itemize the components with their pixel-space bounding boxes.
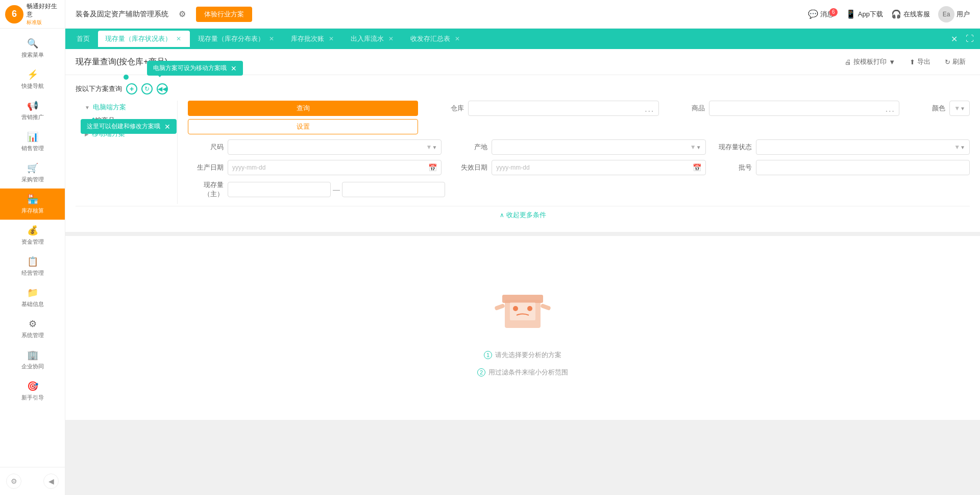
- warehouse-label: 仓库: [428, 104, 464, 113]
- size-label: 尺码: [188, 143, 224, 152]
- color-label: 颜色: [910, 104, 945, 113]
- tooltip1-close[interactable]: ✕: [231, 64, 237, 73]
- sidebar-item-finance[interactable]: 💰 资金管理: [0, 220, 65, 251]
- sidebar-settings-btn[interactable]: ⚙: [6, 474, 21, 489]
- filter-add-btn[interactable]: +: [126, 83, 137, 95]
- sidebar-collapse-btn[interactable]: ◀: [43, 474, 59, 489]
- desktop-scheme-item[interactable]: ▼ 电脑端方案: [81, 101, 171, 114]
- size-dropdown[interactable]: ▼: [228, 139, 442, 155]
- sidebar-item-operations[interactable]: 📋 经营管理: [0, 251, 65, 282]
- sidebar-item-purchase[interactable]: 🛒 采购管理: [0, 157, 65, 188]
- expire-date-filter-row: 失效日期 yyyy-mm-dd 📅: [452, 160, 705, 175]
- query-button[interactable]: 查询: [188, 101, 418, 116]
- goods-input[interactable]: …: [709, 101, 899, 116]
- basic-info-icon: 📁: [27, 287, 38, 298]
- system-icon: ⚙: [29, 318, 37, 329]
- sidebar-item-quick-nav[interactable]: ⚡ 快捷导航: [0, 64, 65, 95]
- print-btn[interactable]: 🖨 按模板打印 ▼: [841, 55, 899, 68]
- filter-header: 按以下方案查询 + ↻ ◀◀ 电脑方案可设为移动方案哦 ✕: [76, 83, 970, 95]
- tab-receive-summary-close[interactable]: ✕: [453, 35, 461, 43]
- filter-prev-btn[interactable]: ◀◀: [157, 83, 168, 95]
- collapse-row[interactable]: ∧ 收起更多条件: [76, 206, 970, 224]
- tab-batch-account[interactable]: 库存批次账 ✕: [284, 31, 342, 47]
- sidebar-item-enterprise[interactable]: 🏢 企业协同: [0, 344, 65, 375]
- empty-step-2: 2 用过滤条件来缩小分析范围: [477, 366, 568, 379]
- refresh-btn[interactable]: ↻ 刷新: [941, 55, 970, 68]
- tab-close-all-btn[interactable]: ✕: [949, 32, 960, 46]
- logo-area: 6 畅通好好生意 标准版: [0, 0, 65, 29]
- stock-status-dropdown[interactable]: ▼: [756, 139, 970, 155]
- header-left: 装备及固定资产辅助管理系统 ⚙ 体验行业方案: [76, 7, 252, 22]
- top-header: 装备及固定资产辅助管理系统 ⚙ 体验行业方案 💬 消息 6 📱 App下载 🎧 …: [65, 0, 980, 29]
- main-content: 现存量查询(按仓库+商品) 🖨 按模板打印 ▼ ⬆ 导出 ↻ 刷新 按以下方案查…: [65, 49, 980, 495]
- expire-date-input[interactable]: yyyy-mm-dd 📅: [492, 160, 705, 175]
- stock-max-input[interactable]: [342, 182, 445, 197]
- tab-batch-account-close[interactable]: ✕: [327, 35, 335, 43]
- tab-inventory-dist[interactable]: 现存量（库存分布表） ✕: [191, 31, 283, 47]
- tab-home[interactable]: 首页: [69, 31, 97, 47]
- sidebar: 6 畅通好好生意 标准版 🔍 搜索菜单 ⚡ 快捷导航 📢 营销推广 📊 销售管理…: [0, 0, 65, 495]
- app-download-btn[interactable]: 📱 App下载: [846, 9, 883, 19]
- sidebar-item-system[interactable]: ⚙ 系统管理: [0, 313, 65, 344]
- print-dropdown-icon: ▼: [889, 58, 895, 66]
- notification-icon: 💬: [808, 9, 818, 19]
- expire-date-label: 失效日期: [452, 163, 487, 172]
- tab-in-out-flow[interactable]: 出入库流水 ✕: [344, 31, 402, 47]
- size-filter-row: 尺码 ▼: [188, 139, 442, 155]
- batch-label: 批号: [716, 163, 752, 172]
- user-btn[interactable]: Ea 用户: [938, 6, 970, 22]
- stock-status-filter-row: 现存量状态 ▼: [716, 139, 970, 155]
- batch-filter-row: 批号: [716, 160, 970, 175]
- export-icon: ⬆: [910, 58, 915, 66]
- support-btn[interactable]: 🎧 在线客服: [891, 9, 930, 19]
- sidebar-item-guide[interactable]: 🎯 新手引导: [0, 375, 65, 407]
- sidebar-item-search[interactable]: 🔍 搜索菜单: [0, 33, 65, 64]
- origin-label: 产地: [452, 143, 487, 152]
- guide-icon: 🎯: [27, 381, 38, 392]
- sidebar-item-marketing[interactable]: 📢 营销推广: [0, 95, 65, 126]
- inventory-icon: 🏪: [27, 194, 38, 205]
- empty-state: 1 请先选择要分析的方案 2 用过滤条件来缩小分析范围: [65, 236, 980, 420]
- logo-text: 畅通好好生意 标准版: [27, 3, 60, 25]
- search-nav-icon: 🔍: [27, 38, 38, 49]
- sidebar-item-sales[interactable]: 📊 销售管理: [0, 126, 65, 157]
- svg-rect-5: [494, 303, 505, 311]
- svg-point-4: [527, 306, 532, 311]
- sidebar-bottom: ⚙ ◀: [0, 467, 65, 495]
- stock-main-filter-row: 现存量（主） —: [188, 180, 445, 199]
- stock-min-input[interactable]: [228, 182, 331, 197]
- sales-icon: 📊: [27, 131, 38, 143]
- operations-icon: 📋: [27, 256, 38, 267]
- trial-button[interactable]: 体验行业方案: [196, 7, 252, 22]
- header-settings-btn[interactable]: ⚙: [175, 7, 190, 22]
- logo-icon: 6: [5, 5, 23, 23]
- tab-inventory-status-close[interactable]: ✕: [175, 35, 183, 43]
- batch-input[interactable]: [756, 160, 970, 175]
- filter-refresh-btn[interactable]: ↻: [141, 83, 153, 95]
- tooltip-scheme-2: 这里可以创建和修改方案哦 ✕: [81, 119, 177, 134]
- origin-filter-row: 产地 ▼: [452, 139, 705, 155]
- warehouse-input[interactable]: …: [468, 101, 658, 116]
- sidebar-item-basic-info[interactable]: 📁 基础信息: [0, 282, 65, 313]
- support-icon: 🎧: [891, 9, 901, 19]
- purchase-icon: 🛒: [27, 162, 38, 174]
- tab-expand-btn[interactable]: ⛶: [964, 32, 976, 45]
- tab-inventory-dist-close[interactable]: ✕: [267, 35, 276, 43]
- query-btn-group: 查询 设置: [188, 101, 418, 134]
- tab-inventory-status[interactable]: 现存量（库存状况表） ✕: [98, 31, 190, 47]
- goods-label: 商品: [669, 104, 705, 113]
- avatar: Ea: [938, 6, 954, 22]
- color-dropdown[interactable]: ▼: [949, 101, 970, 116]
- prod-date-input[interactable]: yyyy-mm-dd 📅: [228, 160, 442, 175]
- reset-button[interactable]: 设置: [188, 119, 418, 134]
- sidebar-nav: 🔍 搜索菜单 ⚡ 快捷导航 📢 营销推广 📊 销售管理 🛒 采购管理 🏪 库存核…: [0, 29, 65, 467]
- svg-rect-2: [510, 302, 535, 320]
- sidebar-item-inventory[interactable]: 🏪 库存核算: [0, 188, 65, 220]
- origin-dropdown[interactable]: ▼: [492, 139, 705, 155]
- tab-in-out-flow-close[interactable]: ✕: [387, 35, 395, 43]
- tab-receive-summary[interactable]: 收发存汇总表 ✕: [403, 31, 469, 47]
- export-btn[interactable]: ⬆ 导出: [905, 55, 935, 68]
- notification-badge: 6: [829, 8, 838, 16]
- app-download-icon: 📱: [846, 9, 856, 19]
- tooltip2-close[interactable]: ✕: [164, 123, 170, 131]
